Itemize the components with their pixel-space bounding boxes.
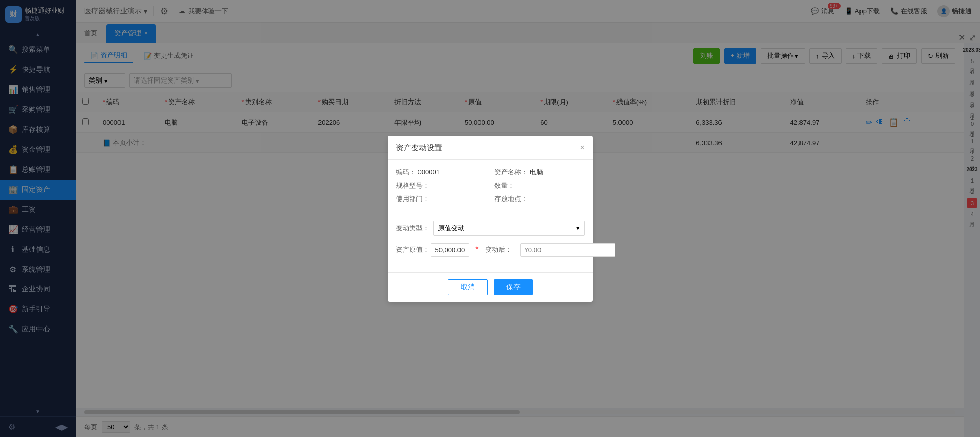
asset-name-value: 电脑 <box>530 168 543 177</box>
dialog-title: 资产变动设置 <box>396 143 442 153</box>
asset-value-label: 资产原值： <box>396 245 427 254</box>
dialog-asset-name: 资产名称： 电脑 <box>494 168 585 177</box>
dialog-header: 资产变动设置 × <box>388 136 593 160</box>
quantity-label: 数量： <box>494 181 514 190</box>
change-type-label: 变动类型： <box>396 224 429 233</box>
asset-change-dialog: 资产变动设置 × 编码： 000001 资产名称： 电脑 规格型号： 数量： <box>388 136 593 302</box>
code-label: 编码： <box>396 168 416 177</box>
dialog-body: 编码： 000001 资产名称： 电脑 规格型号： 数量： 使用部门： <box>388 160 593 272</box>
dialog-close-button[interactable]: × <box>579 143 584 152</box>
location-label: 存放地点： <box>494 194 528 204</box>
code-value: 000001 <box>418 168 440 176</box>
dialog-quantity: 数量： <box>494 181 585 190</box>
modal-overlay: 资产变动设置 × 编码： 000001 资产名称： 电脑 规格型号： 数量： <box>0 0 980 437</box>
asset-value-display: 50,000.00 <box>431 243 470 257</box>
after-value-input[interactable] <box>520 243 615 257</box>
dialog-info-grid: 编码： 000001 资产名称： 电脑 规格型号： 数量： 使用部门： <box>396 168 585 204</box>
dialog-code: 编码： 000001 <box>396 168 486 177</box>
cancel-button[interactable]: 取消 <box>448 279 488 295</box>
dialog-divider <box>388 212 593 212</box>
after-label: 变动后： <box>485 245 516 254</box>
required-mark: * <box>475 245 478 254</box>
save-button[interactable]: 保存 <box>494 279 533 295</box>
change-type-select[interactable]: 原值变动 ▾ <box>433 221 585 236</box>
change-type-value: 原值变动 <box>438 224 465 233</box>
spec-label: 规格型号： <box>396 181 429 190</box>
dept-label: 使用部门： <box>396 194 429 204</box>
dialog-location: 存放地点： <box>494 194 585 204</box>
dialog-footer: 取消 保存 <box>388 272 593 302</box>
dialog-dept: 使用部门： <box>396 194 486 204</box>
dialog-spec: 规格型号： <box>396 181 486 190</box>
asset-value-row: 资产原值： 50,000.00 * 变动后： <box>396 243 585 257</box>
asset-name-label: 资产名称： <box>494 168 528 177</box>
change-type-row: 变动类型： 原值变动 ▾ <box>396 221 585 236</box>
asset-value-text: 50,000.00 <box>435 246 465 254</box>
change-type-dropdown-icon: ▾ <box>576 224 580 232</box>
